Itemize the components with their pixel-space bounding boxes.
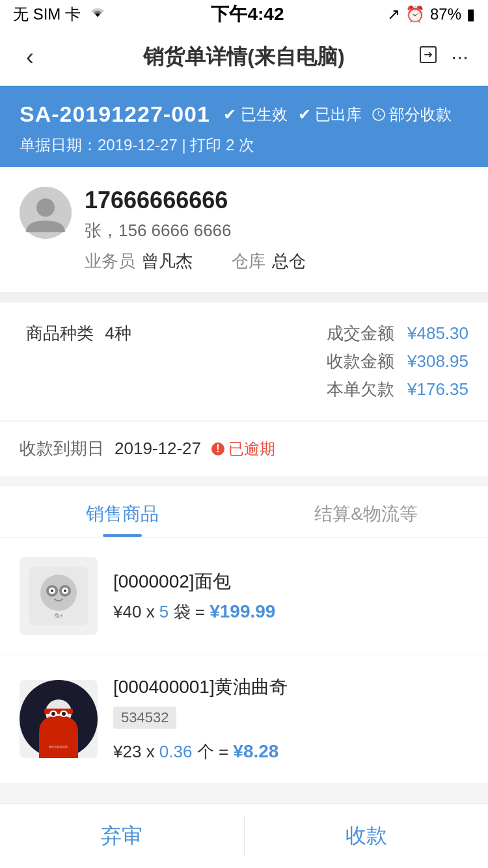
location-icon: ↗ <box>387 5 400 23</box>
due-date-value: 2019-12-27 <box>115 439 201 459</box>
svg-point-18 <box>51 712 55 716</box>
product-name-2: [000400001]黄油曲奇 <box>113 675 468 699</box>
due-date-section: 收款到期日 2019-12-27 ! 已逾期 <box>0 421 488 476</box>
bottom-bar: 弃审 收款 <box>0 803 488 868</box>
product-qty-2: 0.36 <box>159 742 193 761</box>
tabs-section: 销售商品 结算&物流等 <box>0 486 488 537</box>
tab-products[interactable]: 销售商品 <box>0 486 244 537</box>
status-left: 无 SIM 卡 <box>13 4 108 25</box>
financials-section: 商品种类 4种 成交金额 ¥485.30 收款金额 ¥308.95 本单欠款 ¥… <box>0 303 488 420</box>
share-icon[interactable] <box>418 45 438 70</box>
customer-name-phone: 张，156 6666 6666 <box>85 219 468 242</box>
alarm-icon: ⏰ <box>405 5 425 23</box>
sim-status: 无 SIM 卡 <box>13 4 81 25</box>
product-name-1: [0000002]面包 <box>113 569 468 594</box>
customer-info: 17666666666 张，156 6666 6666 业务员 曾凡杰 仓库 总… <box>85 187 468 273</box>
customer-avatar <box>20 187 72 239</box>
status-bar: 无 SIM 卡 下午4:42 ↗ ⏰ 87% ▮ <box>0 0 488 29</box>
order-meta: 单据日期：2019-12-27 | 打印 2 次 <box>20 135 468 156</box>
product-total-2: ¥8.28 <box>233 741 278 761</box>
status-time: 下午4:42 <box>211 2 284 27</box>
nav-actions: ··· <box>418 45 468 70</box>
received-amount-label: 收款金额 <box>327 350 394 373</box>
product-info-1: [0000002]面包 ¥40 x 5 袋 = ¥199.99 <box>113 569 468 623</box>
list-item: assassin [000400001]黄油曲奇 534532 ¥23 x 0.… <box>0 655 488 783</box>
badge-shipped: ✔ 已出库 <box>298 104 362 125</box>
warehouse-value: 总仓 <box>272 250 306 273</box>
deal-amount-row: 成交金额 ¥485.30 <box>327 322 468 345</box>
salesperson-value: 曾凡杰 <box>142 250 193 273</box>
status-badges: ✔ 已生效 ✔ 已出库 部分收款 <box>223 104 452 125</box>
received-amount-row: 收款金额 ¥308.95 <box>327 350 468 373</box>
cancel-button[interactable]: 弃审 <box>0 804 244 868</box>
amounts-block: 成交金额 ¥485.30 收款金额 ¥308.95 本单欠款 ¥176.35 <box>327 322 468 401</box>
confirm-button[interactable]: 收款 <box>245 804 489 868</box>
product-thumbnail-2: assassin <box>20 680 98 758</box>
status-right: ↗ ⏰ 87% ▮ <box>387 5 475 23</box>
received-amount-value: ¥308.95 <box>407 351 468 372</box>
svg-text:assassin: assassin <box>48 744 68 750</box>
svg-point-10 <box>51 590 53 592</box>
product-image-2: assassin <box>20 680 98 758</box>
badge-effective: ✔ 已生效 <box>223 104 288 125</box>
product-price-row-2: ¥23 x 0.36 个 = ¥8.28 <box>113 740 468 763</box>
back-button[interactable]: ‹ <box>20 37 40 77</box>
page-title: 销货单详情(来自电脑) <box>143 43 344 72</box>
product-total-1: ¥199.99 <box>210 601 275 621</box>
overdue-text: 已逾期 <box>228 439 275 459</box>
nav-bar: ‹ 销货单详情(来自电脑) ··· <box>0 29 488 86</box>
svg-point-11 <box>64 590 66 592</box>
warehouse-label: 仓库 <box>232 250 265 273</box>
deal-amount-value: ¥485.30 <box>407 323 468 344</box>
more-icon[interactable]: ··· <box>451 45 468 69</box>
overdue-badge: ! 已逾期 <box>211 439 275 459</box>
deal-amount-label: 成交金额 <box>327 322 394 345</box>
svg-text:兔+: 兔+ <box>54 612 63 619</box>
product-qty-1: 5 <box>159 602 169 621</box>
product-types: 商品种类 4种 <box>20 322 131 345</box>
divider-1 <box>0 292 488 303</box>
product-info-2: [000400001]黄油曲奇 534532 ¥23 x 0.36 个 = ¥8… <box>113 675 468 763</box>
product-image-1: 兔+ <box>29 567 88 625</box>
battery-icon: ▮ <box>467 5 475 23</box>
salesperson-label: 业务员 <box>85 250 135 273</box>
product-sku-2: 534532 <box>113 707 176 729</box>
product-price-row-1: ¥40 x 5 袋 = ¥199.99 <box>113 601 468 623</box>
order-id: SA-20191227-001 <box>20 102 210 127</box>
svg-rect-15 <box>44 709 73 714</box>
warehouse-detail: 仓库 总仓 <box>232 250 306 273</box>
product-thumbnail-1: 兔+ <box>20 557 98 635</box>
tab-settlement[interactable]: 结算&物流等 <box>244 486 488 537</box>
product-list: 兔+ [0000002]面包 ¥40 x 5 袋 = ¥199.99 <box>0 537 488 783</box>
svg-point-5 <box>40 575 77 611</box>
svg-point-19 <box>62 712 66 716</box>
owed-amount-value: ¥176.35 <box>407 379 468 400</box>
avatar-icon <box>20 187 72 239</box>
customer-section: 17666666666 张，156 6666 6666 业务员 曾凡杰 仓库 总… <box>0 167 488 292</box>
svg-point-3 <box>36 198 55 217</box>
order-header: SA-20191227-001 ✔ 已生效 ✔ 已出库 部分收款 单据日期：20… <box>0 86 488 167</box>
owed-amount-row: 本单欠款 ¥176.35 <box>327 378 468 401</box>
due-date-label: 收款到期日 <box>20 437 104 460</box>
owed-amount-label: 本单欠款 <box>327 378 394 401</box>
customer-details: 业务员 曾凡杰 仓库 总仓 <box>85 250 468 273</box>
salesperson-detail: 业务员 曾凡杰 <box>85 250 193 273</box>
wifi-icon <box>87 5 108 23</box>
customer-phone-number: 17666666666 <box>85 187 468 214</box>
badge-partial-payment: 部分收款 <box>372 104 452 125</box>
list-item: 兔+ [0000002]面包 ¥40 x 5 袋 = ¥199.99 <box>0 537 488 655</box>
overdue-icon: ! <box>211 442 224 455</box>
battery-level: 87% <box>430 5 461 23</box>
